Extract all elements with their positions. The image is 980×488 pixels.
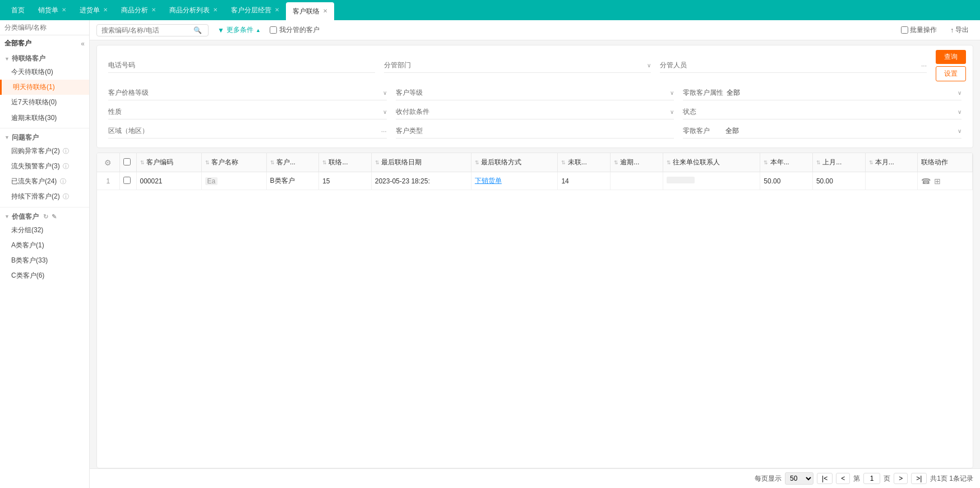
sidebar-item-today-contact[interactable]: 今天待联络(0) bbox=[0, 65, 89, 80]
row-last-contact-method[interactable]: 下销货单 bbox=[471, 172, 558, 190]
total-records: 共1页 1条记录 bbox=[930, 474, 973, 484]
more-icon[interactable]: ··· bbox=[381, 127, 387, 135]
toolbar: 🔍 ▼ 更多条件 ▲ 我分管的客户 批量操作 ↑ 导出 bbox=[90, 20, 980, 40]
sidebar-item-overdue-contact[interactable]: 逾期未联络(30) bbox=[0, 111, 89, 126]
sidebar-item-churned[interactable]: 已流失客户(24) ⓘ bbox=[0, 174, 89, 189]
customer-name-blurred: Ea bbox=[205, 177, 218, 185]
settings-icon[interactable]: ⚙ bbox=[104, 158, 112, 167]
nav-sales-order[interactable]: 销货单 ✕ bbox=[31, 0, 73, 20]
sidebar-item-declining[interactable]: 持续下滑客户(2) ⓘ bbox=[0, 189, 89, 204]
filter-icon: ▼ bbox=[218, 26, 224, 34]
nav-product-analysis-list[interactable]: 商品分析列表 ✕ bbox=[163, 0, 224, 20]
sort-icon[interactable]: ⇅ bbox=[764, 160, 768, 165]
sort-icon[interactable]: ⇅ bbox=[614, 160, 618, 165]
retail-customer-filter: 零散客户 全部 ∨ bbox=[683, 124, 961, 139]
query-btn[interactable]: 查询 bbox=[936, 50, 966, 64]
sidebar-item-churn-warning[interactable]: 流失预警客户(3) ⓘ bbox=[0, 159, 89, 174]
nav-customer-tier[interactable]: 客户分层经营 ✕ bbox=[224, 0, 286, 20]
col-contact-count: ⇅ 联络... bbox=[319, 153, 372, 172]
col-overdue: ⇅ 逾期... bbox=[610, 153, 663, 172]
my-customers-checkbox[interactable] bbox=[270, 26, 277, 34]
col-settings[interactable]: ⚙ bbox=[97, 153, 119, 172]
first-page-btn[interactable]: |< bbox=[817, 473, 833, 484]
search-input[interactable] bbox=[101, 26, 191, 34]
sidebar-item-tomorrow-contact[interactable]: 明天待联络(1) bbox=[0, 80, 89, 95]
retail-attr-select[interactable]: 全部 ∨ bbox=[727, 88, 961, 98]
sort-icon[interactable]: ⇅ bbox=[667, 160, 671, 165]
row-select-checkbox[interactable] bbox=[123, 177, 131, 184]
filter-row-2: 客户价格等级 ∨ 客户等级 ∨ 零散客户属性 全部 bbox=[104, 86, 966, 100]
sidebar-search-box[interactable]: 🔍 bbox=[0, 20, 89, 35]
batch-checkbox[interactable] bbox=[901, 26, 908, 34]
row-checkbox[interactable] bbox=[119, 172, 136, 190]
collapse-icon[interactable]: « bbox=[81, 40, 85, 48]
sidebar-item-repurchase-abnormal[interactable]: 回购异常客户(2) ⓘ bbox=[0, 144, 89, 159]
chevron-down-icon: ∨ bbox=[958, 109, 961, 115]
per-page-label: 每页显示 bbox=[755, 474, 782, 484]
nav-purchase-order[interactable]: 进货单 ✕ bbox=[73, 0, 114, 20]
sort-icon[interactable]: ⇅ bbox=[869, 160, 873, 165]
sidebar-search-input[interactable] bbox=[4, 24, 89, 31]
export-btn[interactable]: ↑ 导出 bbox=[946, 24, 973, 36]
status-select[interactable]: ∨ bbox=[725, 109, 961, 115]
sort-icon[interactable]: ⇅ bbox=[205, 160, 210, 165]
more-conditions-btn[interactable]: ▼ 更多条件 ▲ bbox=[213, 24, 265, 36]
sort-icon[interactable]: ⇅ bbox=[270, 160, 275, 165]
sort-icon[interactable]: ⇅ bbox=[375, 160, 380, 165]
sidebar-item-unclassified[interactable]: 未分组(32) bbox=[0, 223, 89, 238]
close-icon[interactable]: ✕ bbox=[62, 0, 66, 20]
my-customers-checkbox-label[interactable]: 我分管的客户 bbox=[270, 25, 320, 35]
sort-icon[interactable]: ⇅ bbox=[140, 160, 145, 165]
close-icon[interactable]: ✕ bbox=[213, 0, 218, 20]
customer-level-filter: 客户等级 ∨ bbox=[396, 86, 674, 100]
content-area: 🔍 ▼ 更多条件 ▲ 我分管的客户 批量操作 ↑ 导出 bbox=[90, 20, 980, 488]
close-icon[interactable]: ✕ bbox=[151, 0, 156, 20]
phone-input[interactable] bbox=[151, 62, 375, 70]
refresh-icon[interactable]: ↻ bbox=[43, 213, 48, 220]
close-icon[interactable]: ✕ bbox=[323, 2, 327, 20]
status-filter: 状态 ∨ bbox=[683, 105, 961, 119]
row-contact-person bbox=[663, 172, 760, 190]
search-icon[interactable]: 🔍 bbox=[193, 26, 202, 34]
col-last-contact-date: ⇅ 最后联络日期 bbox=[371, 153, 471, 172]
batch-action-btn[interactable]: 批量操作 bbox=[896, 24, 941, 36]
dept-select[interactable]: ∨ bbox=[427, 62, 651, 68]
col-this-month: ⇅ 本月... bbox=[865, 153, 918, 172]
more-icon[interactable]: ··· bbox=[921, 62, 927, 70]
nature-select[interactable]: ∨ bbox=[151, 109, 387, 115]
edit-icon[interactable]: ✎ bbox=[52, 213, 57, 220]
nav-customer-contact[interactable]: 客户联络 ✕ bbox=[286, 2, 334, 20]
nav-home[interactable]: 首页 bbox=[4, 0, 31, 20]
row-name: Ea bbox=[201, 172, 266, 190]
all-customers-title[interactable]: 全部客户 « bbox=[0, 35, 89, 52]
region-select[interactable]: ··· bbox=[152, 127, 387, 135]
problem-customers-group: 问题客户 bbox=[0, 131, 89, 144]
page-input[interactable] bbox=[863, 473, 880, 484]
grid-icon[interactable]: ⊞ bbox=[934, 177, 941, 186]
last-page-btn[interactable]: >| bbox=[911, 473, 927, 484]
manager-select[interactable]: ··· bbox=[702, 62, 927, 70]
col-checkbox[interactable] bbox=[119, 153, 136, 172]
sort-icon[interactable]: ⇅ bbox=[816, 160, 821, 165]
prev-page-btn[interactable]: < bbox=[836, 473, 850, 484]
customer-grade-select[interactable]: ∨ bbox=[152, 90, 387, 96]
close-icon[interactable]: ✕ bbox=[275, 0, 279, 20]
sidebar-item-a-type[interactable]: A类客户(1) bbox=[0, 238, 89, 253]
sort-icon[interactable]: ⇅ bbox=[561, 160, 566, 165]
payment-select[interactable]: ∨ bbox=[438, 109, 674, 115]
sort-icon[interactable]: ⇅ bbox=[475, 160, 479, 165]
retail-customer-select[interactable]: 全部 ∨ bbox=[725, 126, 961, 136]
reset-btn[interactable]: 设置 bbox=[936, 66, 966, 81]
sort-icon[interactable]: ⇅ bbox=[322, 160, 327, 165]
nav-product-analysis[interactable]: 商品分析 ✕ bbox=[114, 0, 163, 20]
per-page-select[interactable]: 50 100 200 bbox=[785, 472, 813, 485]
search-box[interactable]: 🔍 bbox=[96, 24, 209, 36]
sidebar-item-7days-contact[interactable]: 近7天待联络(0) bbox=[0, 95, 89, 110]
close-icon[interactable]: ✕ bbox=[103, 0, 108, 20]
sidebar-item-c-type[interactable]: C类客户(6) bbox=[0, 268, 89, 283]
customer-level-select[interactable]: ∨ bbox=[438, 90, 674, 96]
select-all-checkbox[interactable] bbox=[123, 158, 131, 165]
sidebar-item-b-type[interactable]: B类客户(33) bbox=[0, 253, 89, 268]
next-page-btn[interactable]: > bbox=[894, 473, 908, 484]
phone-icon[interactable]: ☎ bbox=[921, 177, 931, 186]
